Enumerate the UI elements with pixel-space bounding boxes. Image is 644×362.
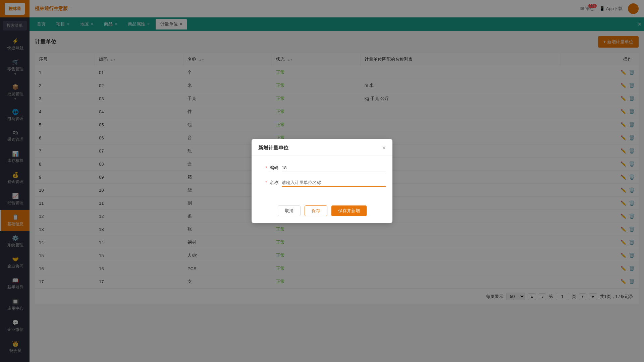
cancel-button[interactable]: 取消 <box>278 205 301 216</box>
modal-body: * 编码 * 名称 <box>252 156 392 201</box>
add-unit-modal: 新增计量单位 × * 编码 * 名称 取消 保存 保存并新增 <box>252 139 392 223</box>
form-row-name: * 名称 <box>258 179 386 187</box>
modal-title: 新增计量单位 <box>258 145 288 151</box>
name-label: * 名称 <box>258 180 278 186</box>
name-input[interactable] <box>282 179 386 187</box>
required-star-name: * <box>265 180 267 185</box>
code-input[interactable] <box>282 164 386 172</box>
modal-footer: 取消 保存 保存并新增 <box>252 201 392 223</box>
modal-header: 新增计量单位 × <box>252 139 392 156</box>
code-label: * 编码 <box>258 165 278 171</box>
required-star: * <box>265 165 267 170</box>
save-button[interactable]: 保存 <box>305 205 327 216</box>
form-row-code: * 编码 <box>258 164 386 172</box>
modal-close-btn[interactable]: × <box>382 144 386 152</box>
modal-overlay: 新增计量单位 × * 编码 * 名称 取消 保存 保存并新增 <box>0 0 644 362</box>
save-and-new-button[interactable]: 保存并新增 <box>331 205 367 216</box>
